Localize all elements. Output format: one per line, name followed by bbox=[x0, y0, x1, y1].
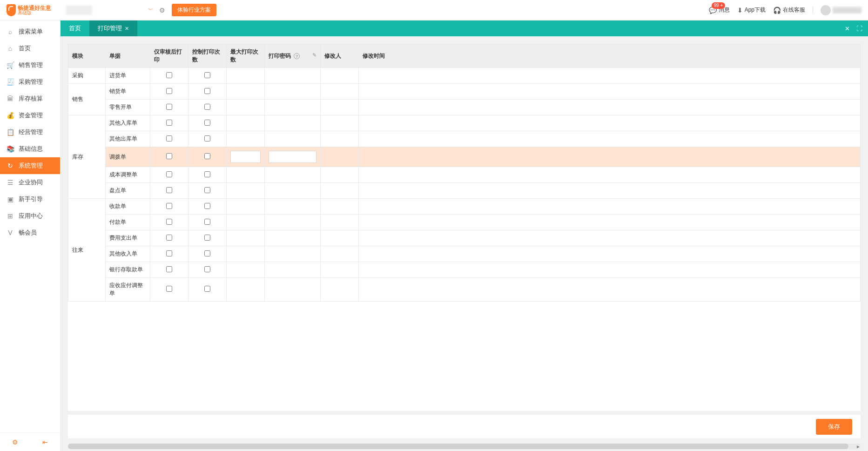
sidebar-item-label: 资金管理 bbox=[19, 111, 43, 120]
tab-print-management[interactable]: 打印管理 ✕ bbox=[89, 20, 137, 36]
limit-count-checkbox[interactable] bbox=[204, 135, 210, 141]
cell-doc: 应收应付调整单 bbox=[106, 278, 150, 302]
limit-count-checkbox[interactable] bbox=[204, 171, 210, 177]
col-module: 模块 bbox=[68, 44, 106, 68]
audit-only-checkbox[interactable] bbox=[166, 219, 172, 225]
limit-count-checkbox[interactable] bbox=[204, 286, 210, 292]
scrollbar-thumb[interactable] bbox=[68, 444, 848, 449]
limit-count-checkbox[interactable] bbox=[204, 104, 210, 110]
sidebar-item-label: 应用中心 bbox=[19, 212, 43, 220]
audit-only-checkbox[interactable] bbox=[166, 171, 172, 177]
tab-fullscreen-icon[interactable]: ⛶ bbox=[856, 25, 862, 32]
print-settings-table: 模块 单据 仅审核后打印 控制打印次数 最大打印次数 打印密码 ? ✎ bbox=[68, 44, 861, 302]
audit-only-checkbox[interactable] bbox=[166, 153, 172, 159]
user-menu[interactable] bbox=[821, 5, 861, 15]
username-redacted bbox=[833, 7, 861, 13]
password-input[interactable] bbox=[269, 151, 316, 163]
tab-close-all-icon[interactable]: ✕ bbox=[845, 25, 850, 32]
audit-only-checkbox[interactable] bbox=[166, 250, 172, 256]
cell-modifier bbox=[321, 115, 359, 131]
limit-count-checkbox[interactable] bbox=[204, 153, 210, 159]
sidebar-item-funds[interactable]: 💰资金管理 bbox=[0, 107, 60, 124]
sidebar-item-purchase[interactable]: 🧾采购管理 bbox=[0, 74, 60, 90]
messages-link[interactable]: 💬 消息 99 + bbox=[709, 6, 730, 14]
sidebar-item-basic-info[interactable]: 📚基础信息 bbox=[0, 141, 60, 157]
settings-icon[interactable]: ⚙ bbox=[159, 7, 165, 14]
help-icon[interactable]: ? bbox=[294, 53, 300, 59]
audit-only-checkbox[interactable] bbox=[166, 286, 172, 292]
cell-limit-count bbox=[188, 147, 227, 167]
sidebar-item-system[interactable]: ↻系统管理 bbox=[0, 157, 60, 174]
cell-audit-only bbox=[150, 147, 188, 167]
audit-only-checkbox[interactable] bbox=[166, 187, 172, 193]
sidebar-item-sales[interactable]: 🛒销售管理 bbox=[0, 57, 60, 74]
cell-password bbox=[265, 115, 321, 131]
limit-count-checkbox[interactable] bbox=[204, 203, 210, 209]
org-dropdown-caret[interactable]: ﹀ bbox=[148, 6, 154, 14]
limit-count-checkbox[interactable] bbox=[204, 88, 210, 94]
sidebar-item-search-menu[interactable]: ⌕搜索菜单 bbox=[0, 23, 60, 40]
table-row: 成本调整单 bbox=[68, 167, 861, 183]
online-service-link[interactable]: 🎧 在线客服 bbox=[773, 6, 805, 14]
cell-doc: 调拨单 bbox=[106, 147, 150, 167]
cell-module: 采购 bbox=[68, 68, 106, 84]
audit-only-checkbox[interactable] bbox=[166, 72, 172, 78]
close-icon[interactable]: ✕ bbox=[125, 26, 129, 32]
audit-only-checkbox[interactable] bbox=[166, 120, 172, 126]
audit-only-checkbox[interactable] bbox=[166, 135, 172, 141]
cell-doc: 付款单 bbox=[106, 215, 150, 230]
avatar-icon bbox=[821, 5, 831, 15]
horizontal-scrollbar[interactable]: ◄ ► bbox=[68, 444, 861, 449]
cell-limit-count bbox=[188, 262, 227, 278]
try-industry-button[interactable]: 体验行业方案 bbox=[172, 4, 216, 16]
sidebar-item-home[interactable]: ⌂首页 bbox=[0, 40, 60, 57]
app-download-link[interactable]: ⬇ App下载 bbox=[737, 6, 766, 14]
max-count-input[interactable] bbox=[230, 151, 261, 163]
audit-only-checkbox[interactable] bbox=[166, 203, 172, 209]
scroll-right-icon[interactable]: ► bbox=[855, 444, 861, 449]
limit-count-checkbox[interactable] bbox=[204, 266, 210, 272]
audit-only-checkbox[interactable] bbox=[166, 235, 172, 241]
audit-only-checkbox[interactable] bbox=[166, 266, 172, 272]
save-button[interactable]: 保存 bbox=[816, 419, 852, 435]
audit-only-checkbox[interactable] bbox=[166, 104, 172, 110]
sidebar-item-appcenter[interactable]: ⊞应用中心 bbox=[0, 208, 60, 224]
cell-max-count bbox=[227, 131, 265, 147]
col-limit-count: 控制打印次数 bbox=[188, 44, 227, 68]
cell-max-count bbox=[227, 147, 265, 167]
sidebar-item-operation[interactable]: 📋经营管理 bbox=[0, 124, 60, 141]
edit-column-icon[interactable]: ✎ bbox=[312, 52, 316, 58]
cell-module: 库存 bbox=[68, 115, 106, 199]
download-icon: ⬇ bbox=[737, 7, 743, 14]
funds-icon: 💰 bbox=[7, 112, 14, 119]
cell-modify-time bbox=[359, 131, 861, 147]
sidebar-item-label: 畅会员 bbox=[19, 229, 37, 237]
limit-count-checkbox[interactable] bbox=[204, 235, 210, 241]
sidebar-item-guide[interactable]: ▣新手引导 bbox=[0, 191, 60, 208]
sidebar-collapse-icon[interactable]: ⇤ bbox=[42, 438, 48, 446]
cell-modify-time bbox=[359, 100, 861, 115]
brand-line2: 基础版 bbox=[18, 11, 51, 15]
table-row: 采购进货单 bbox=[68, 68, 861, 84]
cell-limit-count bbox=[188, 167, 227, 183]
cell-limit-count bbox=[188, 230, 227, 246]
cell-limit-count bbox=[188, 131, 227, 147]
app-download-label: App下载 bbox=[745, 6, 766, 14]
sidebar-item-enterprise[interactable]: ☰企业协同 bbox=[0, 174, 60, 191]
limit-count-checkbox[interactable] bbox=[204, 187, 210, 193]
sidebar-item-inventory[interactable]: 🏛库存核算 bbox=[0, 90, 60, 107]
cell-limit-count bbox=[188, 115, 227, 131]
sidebar-item-member[interactable]: V畅会员 bbox=[0, 224, 60, 241]
cell-audit-only bbox=[150, 68, 188, 84]
sidebar-settings-icon[interactable]: ⚙ bbox=[12, 438, 18, 446]
cell-password bbox=[265, 246, 321, 262]
online-service-label: 在线客服 bbox=[783, 6, 805, 14]
limit-count-checkbox[interactable] bbox=[204, 250, 210, 256]
audit-only-checkbox[interactable] bbox=[166, 88, 172, 94]
limit-count-checkbox[interactable] bbox=[204, 219, 210, 225]
limit-count-checkbox[interactable] bbox=[204, 72, 210, 78]
limit-count-checkbox[interactable] bbox=[204, 120, 210, 126]
tab-home[interactable]: 首页 bbox=[61, 20, 89, 36]
cell-password bbox=[265, 131, 321, 147]
cell-limit-count bbox=[188, 246, 227, 262]
